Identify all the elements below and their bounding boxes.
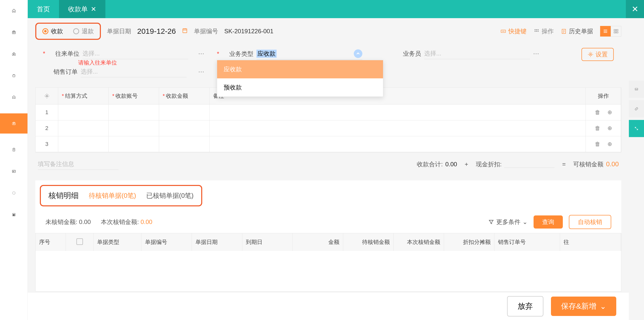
nav-new-icon[interactable]: 新 [8,209,19,220]
settings-button[interactable]: 设置 [581,48,614,61]
col-ops: 操作 [586,88,621,105]
vcol-10: 销售订单号 [494,233,560,251]
partner-more-icon[interactable]: ⋯ [198,50,204,57]
svg-rect-22 [616,32,618,33]
sales-input[interactable]: 选择... [424,48,530,59]
partner-input[interactable]: 选择... [82,48,188,59]
nav-bag-icon[interactable] [8,70,19,81]
svg-point-16 [536,31,537,32]
window-close-icon[interactable]: ✕ [626,0,644,18]
tab-close-icon[interactable]: ✕ [91,5,96,13]
left-nav-rail: $ ¥ 新 [0,0,28,320]
query-button[interactable]: 查询 [534,215,563,229]
order-input[interactable]: 选择... [81,66,187,77]
svg-rect-4 [12,170,15,172]
svg-rect-10 [183,29,187,33]
sum-value: 0.00 [445,161,457,168]
svg-point-12 [535,29,536,30]
docno-label: 单据编号 [194,27,218,35]
tab-receipt[interactable]: 收款单 ✕ [59,0,105,18]
partner-label: 往来单位 [49,50,79,58]
ops-link[interactable]: 操作 [534,27,554,35]
svg-rect-21 [614,32,616,33]
content-area: 收款 退款 单据日期 2019-12-26 单据编号 SK-20191226-0… [28,18,629,320]
vcol-0: 序号 [36,233,66,251]
tab-home[interactable]: 首页 [28,0,59,18]
verify-grid: 序号 单据类型 单据编号 单据日期 到期日 金额 待核销金额 本次核销金额 折扣… [35,233,621,292]
shortcut-link[interactable]: 快捷键 [500,27,526,35]
row-add-icon[interactable]: ⊕ [607,141,612,147]
radio-receive[interactable]: 收款 [42,27,63,35]
sales-label: 业务员 [391,50,421,58]
svg-text:新: 新 [13,214,15,216]
biz-type-select[interactable]: 应收款 [256,48,362,60]
form-area: *往来单位 选择... ⋯ 请输入往来单位 *业务类型 应收款 应收款 预收款 … [28,45,629,80]
biz-type-dropdown: 应收款 预收款 [217,60,383,97]
svg-point-5 [13,171,14,172]
vcol-6: 金额 [293,233,343,251]
svg-rect-19 [614,29,616,31]
nav-sync-icon[interactable] [8,187,19,199]
lines-grid: 结算方式 收款账号 收款金额 备注 操作 1🗑⊕ 2🗑⊕ 3🗑⊕ [35,87,621,152]
dock-inbox-icon[interactable] [629,81,644,98]
view-card-icon[interactable] [611,26,621,37]
grid-row: 2🗑⊕ [36,120,621,136]
verify-header: 核销明细 待核销单据(0笔) 已核销单据(0笔) [40,185,202,206]
svg-point-13 [536,29,537,30]
dock-link-icon[interactable] [629,100,644,117]
this-value: 0.00 [140,218,152,225]
dock-expand-icon[interactable] [629,120,644,137]
vcol-8: 本次核销金额 [394,233,444,251]
biz-option-1[interactable]: 预收款 [217,78,383,97]
view-list-icon[interactable] [600,26,611,37]
verify-tab-done[interactable]: 已核销单据(0笔) [146,191,194,200]
right-dock [629,81,644,137]
discount-input[interactable] [504,161,554,168]
biz-option-0[interactable]: 应收款 [217,60,383,78]
footer-bar: 放弃 保存&新增 ⌄ [28,292,629,320]
vcol-checkbox[interactable] [66,233,94,251]
verify-tab-pending[interactable]: 待核销单据(0笔) [89,191,136,200]
nav-clipboard-icon[interactable] [8,144,19,155]
vcol-2: 单据类型 [94,233,141,251]
svg-point-14 [538,29,539,30]
chevron-up-icon[interactable] [354,49,362,58]
nav-wallet-icon[interactable]: ¥ [0,113,27,134]
row-delete-icon[interactable]: 🗑 [595,141,600,147]
nav-building-icon[interactable] [8,92,19,103]
row-delete-icon[interactable]: 🗑 [595,109,600,116]
save-new-button[interactable]: 保存&新增 ⌄ [551,297,616,316]
row-add-icon[interactable]: ⊕ [607,109,612,116]
calendar-icon[interactable] [182,27,188,35]
nav-gift-icon[interactable] [8,27,19,38]
row-add-icon[interactable]: ⊕ [607,125,612,132]
biz-label: 业务类型 [223,50,253,58]
grid-row: 3🗑⊕ [36,136,621,152]
nav-id-icon[interactable] [8,166,19,177]
totals-bar: 填写备注信息 收款合计: 0.00 + 现金折扣: = 可核销金额 0.00 [28,152,629,176]
unv-value: 0.00 [79,218,91,225]
col-settle: 结算方式 [58,88,109,105]
tab-receipt-label: 收款单 [68,5,88,14]
col-gear[interactable] [36,88,58,105]
grid-row: 1🗑⊕ [36,105,621,120]
nav-home-icon[interactable] [8,5,19,16]
radio-refund[interactable]: 退款 [73,27,94,35]
svg-rect-3 [13,148,15,151]
view-toggle [600,26,621,37]
date-value[interactable]: 2019-12-26 [137,27,176,36]
discard-button[interactable]: 放弃 [507,296,543,316]
svg-point-15 [535,31,536,32]
order-more-icon[interactable]: ⋯ [198,68,204,75]
col-amount: 收款金额 [159,88,210,105]
vcol-4: 单据日期 [192,233,242,251]
nav-money-house-icon[interactable]: $ [8,48,19,59]
remark-input[interactable]: 填写备注信息 [38,158,119,170]
auto-verify-button[interactable]: 自动核销 [569,215,611,229]
sales-more-icon[interactable]: ⋯ [533,50,539,57]
writeoff-value: 0.00 [606,160,619,168]
chevron-down-icon[interactable]: ⌄ [600,302,606,311]
row-delete-icon[interactable]: 🗑 [595,125,600,132]
history-link[interactable]: 历史单据 [561,27,593,35]
more-filters[interactable]: 更多条件 ⌄ [488,218,528,226]
